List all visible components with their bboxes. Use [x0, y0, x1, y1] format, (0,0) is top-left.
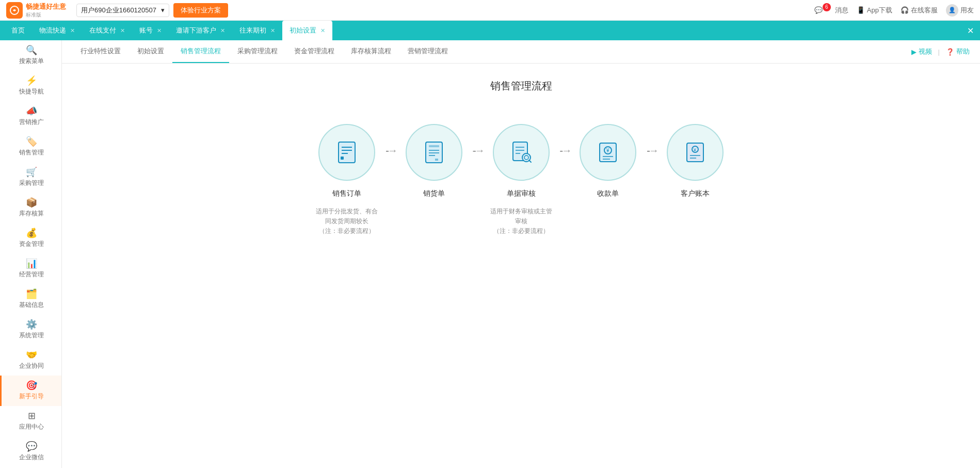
sidebar-item-collab[interactable]: 🤝 企业协同	[0, 345, 61, 376]
tab-period[interactable]: 往来期初 ✕	[232, 21, 282, 40]
top-bar-left: 畅捷通好生意 标准版 用户690企业1660120507 ▾ 体验行业方案	[6, 2, 228, 19]
cart-icon: 🛒	[26, 167, 37, 177]
flow-circle-sales-order[interactable]	[318, 124, 375, 181]
flow-arrow-1: ···→	[385, 124, 396, 157]
sidebar-item-label: 采购管理	[19, 179, 44, 188]
sidebar-item-label: 经营管理	[19, 270, 44, 279]
flow-arrow-4: ···→	[646, 124, 657, 157]
close-icon[interactable]: ✕	[157, 27, 162, 34]
flow-circle-sales-invoice[interactable]	[406, 124, 462, 181]
sidebar-item-search[interactable]: 🔍 搜索菜单	[0, 40, 61, 71]
sidebar-item-label: 库存核算	[19, 209, 44, 218]
sub-tab-finance-flow[interactable]: 资金管理流程	[286, 40, 343, 63]
sidebar-item-label: 搜索菜单	[19, 57, 44, 66]
page-title: 销售管理流程	[83, 79, 959, 93]
sidebar-item-quicknav[interactable]: ⚡ 快捷导航	[0, 71, 61, 101]
close-icon[interactable]: ✕	[220, 27, 225, 34]
sidebar-item-label: 营销推广	[19, 118, 44, 127]
sidebar-item-sales[interactable]: 🏷️ 销售管理	[0, 132, 61, 162]
sub-tab-sales-flow[interactable]: 销售管理流程	[172, 40, 229, 63]
flow-item-customer-account: ¥ 客户账本	[659, 124, 731, 207]
nav-close-all-button[interactable]: ✕	[961, 26, 980, 36]
sub-tab-purchase-flow[interactable]: 采购管理流程	[229, 40, 286, 63]
top-bar-right: 💬 6 消息 📱 App下载 🎧 在线客服 👤 用友	[814, 4, 974, 17]
chart-icon: 📊	[26, 259, 37, 268]
sub-tab-initial[interactable]: 初始设置	[129, 40, 172, 63]
video-link[interactable]: ▶ 视频	[911, 47, 932, 56]
online-service-item[interactable]: 🎧 在线客服	[901, 6, 938, 15]
sidebar-item-weixin[interactable]: 💬 企业微信	[0, 436, 61, 467]
flow-circle-receipt[interactable]: ¥	[580, 124, 636, 181]
sidebar-item-label: 企业协同	[19, 362, 44, 370]
message-icon: 💬	[814, 6, 823, 14]
main-layout: 🔍 搜索菜单 ⚡ 快捷导航 📣 营销推广 🏷️ 销售管理 🛒 采购管理 📦 库存…	[0, 40, 980, 468]
user-selector[interactable]: 用户690企业1660120507 ▾	[76, 4, 169, 17]
flow-label-sales-order: 销售订单	[332, 189, 361, 198]
close-icon[interactable]: ✕	[320, 27, 325, 34]
avatar: 👤	[946, 4, 958, 17]
flow-diagram: 销售订单 适用于分批发货、有合同发货周期较长（注：非必要流程） ···→	[83, 124, 959, 237]
sidebar-item-basic[interactable]: 🗂️ 基础信息	[0, 284, 61, 315]
sidebar-item-label: 新手引导	[19, 392, 44, 401]
top-bar: 畅捷通好生意 标准版 用户690企业1660120507 ▾ 体验行业方案 💬 …	[0, 0, 980, 21]
divider: |	[938, 48, 940, 56]
tab-payment[interactable]: 在线支付 ✕	[82, 21, 132, 40]
svg-text:¥: ¥	[606, 148, 609, 153]
sidebar-item-label: 资金管理	[19, 240, 44, 248]
sidebar-item-label: 销售管理	[19, 148, 44, 157]
flow-item-receipt: ¥ 收款单	[572, 124, 644, 207]
close-icon[interactable]: ✕	[120, 27, 125, 34]
tab-logistics[interactable]: 物流快递 ✕	[32, 21, 82, 40]
target-icon: 🎯	[26, 381, 37, 390]
flow-label-receipt: 收款单	[597, 189, 619, 198]
user-item[interactable]: 👤 用友	[946, 4, 974, 17]
sidebar-item-marketing[interactable]: 📣 营销推广	[0, 101, 61, 132]
sidebar-item-system[interactable]: ⚙️ 系统管理	[0, 315, 61, 345]
tag-icon: 🏷️	[26, 137, 37, 146]
trial-button[interactable]: 体验行业方案	[173, 3, 228, 18]
flow-circle-customer-account[interactable]: ¥	[667, 124, 724, 181]
help-link[interactable]: ❓ 帮助	[946, 47, 970, 56]
flow-circle-doc-review[interactable]	[493, 124, 550, 181]
flow-arrow-3: ···→	[559, 124, 570, 157]
sidebar-item-appcenter[interactable]: ⊞ 应用中心	[0, 406, 61, 436]
tab-invite[interactable]: 邀请下游客户 ✕	[169, 21, 232, 40]
download-icon: 📱	[857, 6, 865, 14]
question-icon: ❓	[946, 48, 954, 56]
app-name: 畅捷通好生意 标准版	[26, 2, 66, 19]
tab-initial[interactable]: 初始设置 ✕	[282, 21, 332, 40]
sidebar-item-inventory[interactable]: 📦 库存核算	[0, 193, 61, 223]
online-service-label: 在线客服	[911, 6, 938, 15]
close-icon[interactable]: ✕	[70, 27, 75, 34]
app-download-item[interactable]: 📱 App下载	[857, 6, 892, 15]
sub-tab-industry[interactable]: 行业特性设置	[72, 40, 129, 63]
tab-home[interactable]: 首页	[4, 21, 32, 40]
sub-tab-marketing-flow[interactable]: 营销管理流程	[399, 40, 456, 63]
app-sub-text: 标准版	[26, 11, 66, 19]
sidebar-item-label: 应用中心	[19, 423, 44, 431]
flow-item-doc-review: 单据审核 适用于财务审核或主管审核（注：非必要流程）	[485, 124, 557, 237]
flow-label-doc-review: 单据审核	[507, 189, 536, 198]
message-item[interactable]: 💬 6 消息	[814, 6, 848, 15]
chat-icon: 💬	[26, 442, 37, 451]
svg-rect-7	[429, 145, 439, 147]
box-icon: 📦	[26, 198, 37, 207]
search-icon: 🔍	[26, 45, 37, 55]
sub-tab-inventory-flow[interactable]: 库存核算流程	[343, 40, 399, 63]
flow-desc-doc-review: 适用于财务审核或主管审核（注：非必要流程）	[488, 207, 555, 237]
logo-icon	[6, 2, 23, 19]
play-icon: ▶	[911, 48, 917, 56]
sidebar-item-operation[interactable]: 📊 经营管理	[0, 254, 61, 284]
page-content: 销售管理流程 销售订单 适用于分批发货、有合同	[62, 64, 980, 468]
user-label: 用户690企业1660120507	[81, 6, 156, 15]
sidebar-item-label: 企业微信	[19, 453, 44, 462]
money-icon: 💰	[26, 228, 37, 238]
close-icon[interactable]: ✕	[270, 27, 275, 34]
sidebar-item-purchase[interactable]: 🛒 采购管理	[0, 162, 61, 193]
sidebar-item-finance[interactable]: 💰 资金管理	[0, 223, 61, 254]
sidebar-item-newguide[interactable]: 🎯 新手引导	[0, 376, 61, 406]
tab-account[interactable]: 账号 ✕	[132, 21, 169, 40]
chevron-down-icon: ▾	[161, 6, 165, 14]
help-label: 帮助	[956, 47, 970, 56]
message-badge: 6	[823, 3, 831, 11]
